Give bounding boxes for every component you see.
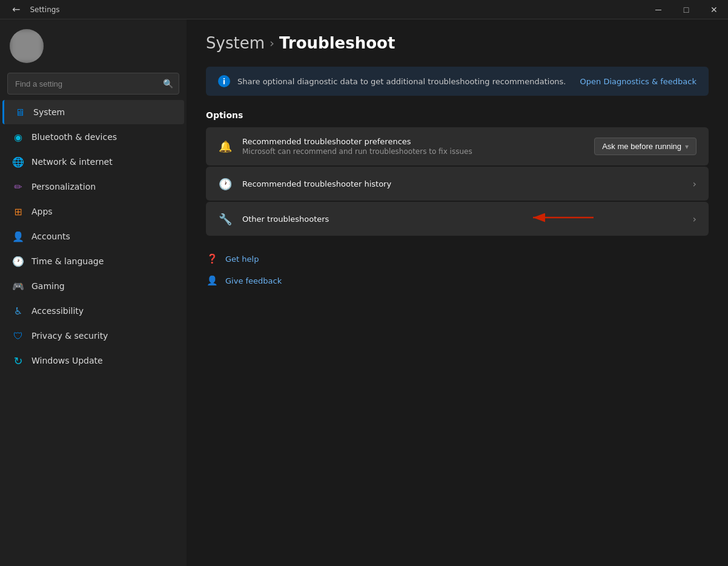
accounts-icon: 👤 — [12, 230, 24, 242]
chevron-right-icon: › — [693, 213, 697, 225]
privacy-icon: 🛡 — [12, 330, 24, 342]
titlebar-title: Settings — [30, 5, 59, 14]
troubleshooter-dropdown[interactable]: Ask me before running ▾ — [594, 138, 697, 155]
breadcrumb-separator: › — [270, 36, 274, 50]
sidebar-item-label: Network & internet — [31, 157, 113, 167]
section-title: Options — [206, 110, 709, 120]
recommended-prefs-icon: 🔔 — [218, 139, 233, 154]
sidebar-item-accessibility[interactable]: ♿ Accessibility — [2, 299, 184, 323]
footer-links: ❓ Get help 👤 Give feedback — [206, 250, 709, 289]
search-input[interactable] — [7, 73, 179, 95]
sidebar-item-label: Accessibility — [31, 306, 84, 316]
give-feedback-label: Give feedback — [225, 276, 282, 285]
sidebar-item-apps[interactable]: ⊞ Apps — [2, 199, 184, 224]
sidebar-item-label: Time & language — [31, 256, 104, 266]
chevron-down-icon: ▾ — [685, 142, 689, 151]
time-icon: 🕐 — [12, 255, 24, 267]
search-icon: 🔍 — [163, 79, 173, 88]
option-content: Other troubleshooters — [242, 215, 683, 224]
system-icon: 🖥 — [14, 106, 26, 118]
sidebar: 🔍 🖥 System ◉ Bluetooth & devices 🌐 Netwo… — [0, 19, 187, 566]
info-banner-left: i Share optional diagnostic data to get … — [218, 75, 566, 87]
sidebar-item-label: Gaming — [31, 281, 65, 291]
sidebar-item-privacy[interactable]: 🛡 Privacy & security — [2, 324, 184, 348]
minimize-button[interactable]: ─ — [644, 0, 672, 19]
option-right: › — [693, 213, 697, 225]
option-subtitle: Microsoft can recommend and run troubles… — [242, 147, 584, 156]
app-container: 🔍 🖥 System ◉ Bluetooth & devices 🌐 Netwo… — [0, 19, 728, 566]
bluetooth-icon: ◉ — [12, 131, 24, 143]
open-diagnostics-link[interactable]: Open Diagnostics & feedback — [580, 77, 697, 86]
sidebar-item-label: Accounts — [31, 231, 70, 241]
option-content: Recommended troubleshooter preferences M… — [242, 137, 584, 156]
apps-icon: ⊞ — [12, 205, 24, 218]
get-help-icon: ❓ — [206, 253, 218, 265]
get-help-link[interactable]: ❓ Get help — [206, 250, 709, 267]
personalization-icon: ✏ — [12, 181, 24, 193]
option-content: Recommended troubleshooter history — [242, 179, 683, 188]
breadcrumb-parent[interactable]: System — [206, 34, 265, 52]
breadcrumb-current: Troubleshoot — [279, 34, 395, 52]
option-recommended-prefs[interactable]: 🔔 Recommended troubleshooter preferences… — [206, 127, 709, 165]
sidebar-item-label: Windows Update — [31, 356, 103, 365]
sidebar-item-network[interactable]: 🌐 Network & internet — [2, 150, 184, 174]
avatar — [10, 29, 44, 63]
maximize-button[interactable]: □ — [672, 0, 700, 19]
options-section: Options 🔔 Recommended troubleshooter pre… — [206, 110, 709, 236]
option-right: Ask me before running ▾ — [594, 138, 697, 155]
give-feedback-link[interactable]: 👤 Give feedback — [206, 272, 709, 289]
sidebar-item-time[interactable]: 🕐 Time & language — [2, 249, 184, 273]
sidebar-item-label: Apps — [31, 207, 53, 216]
get-help-label: Get help — [225, 255, 259, 264]
close-button[interactable]: ✕ — [700, 0, 728, 19]
option-title: Recommended troubleshooter history — [242, 179, 683, 188]
option-recommended-history[interactable]: 🕐 Recommended troubleshooter history › — [206, 167, 709, 201]
sidebar-item-label: System — [33, 107, 65, 117]
back-button[interactable]: ← — [7, 4, 25, 15]
sidebar-nav: 🖥 System ◉ Bluetooth & devices 🌐 Network… — [0, 99, 187, 373]
sidebar-item-windows-update[interactable]: ↻ Windows Update — [2, 348, 184, 373]
other-troubleshooters-icon: 🔧 — [218, 211, 233, 226]
sidebar-item-personalization[interactable]: ✏ Personalization — [2, 175, 184, 199]
options-list: 🔔 Recommended troubleshooter preferences… — [206, 127, 709, 236]
sidebar-item-label: Personalization — [31, 182, 96, 191]
sidebar-item-bluetooth[interactable]: ◉ Bluetooth & devices — [2, 125, 184, 149]
sidebar-item-label: Privacy & security — [31, 331, 108, 341]
sidebar-item-accounts[interactable]: 👤 Accounts — [2, 224, 184, 248]
sidebar-item-system[interactable]: 🖥 System — [2, 100, 184, 124]
search-box: 🔍 — [7, 73, 179, 95]
info-icon: i — [218, 75, 230, 87]
option-right: › — [693, 178, 697, 190]
breadcrumb: System › Troubleshoot — [206, 34, 709, 52]
titlebar-left: ← Settings — [7, 4, 60, 15]
gaming-icon: 🎮 — [12, 280, 24, 292]
option-title: Other troubleshooters — [242, 215, 683, 224]
option-title: Recommended troubleshooter preferences — [242, 137, 584, 146]
dropdown-value: Ask me before running — [602, 142, 681, 151]
accessibility-icon: ♿ — [12, 305, 24, 317]
titlebar: ← Settings ─ □ ✕ — [0, 0, 728, 19]
sidebar-item-gaming[interactable]: 🎮 Gaming — [2, 274, 184, 298]
give-feedback-icon: 👤 — [206, 275, 218, 287]
recommended-history-icon: 🕐 — [218, 176, 233, 191]
network-icon: 🌐 — [12, 156, 24, 168]
user-profile — [0, 24, 187, 73]
sidebar-item-label: Bluetooth & devices — [31, 132, 117, 142]
info-banner: i Share optional diagnostic data to get … — [206, 67, 709, 96]
chevron-right-icon: › — [693, 178, 697, 190]
option-other-troubleshooters[interactable]: 🔧 Other troubleshooters — [206, 202, 709, 236]
main-content: System › Troubleshoot i Share optional d… — [187, 19, 728, 566]
titlebar-controls: ─ □ ✕ — [644, 0, 728, 19]
windows-update-icon: ↻ — [12, 355, 24, 367]
info-text: Share optional diagnostic data to get ad… — [237, 77, 566, 86]
